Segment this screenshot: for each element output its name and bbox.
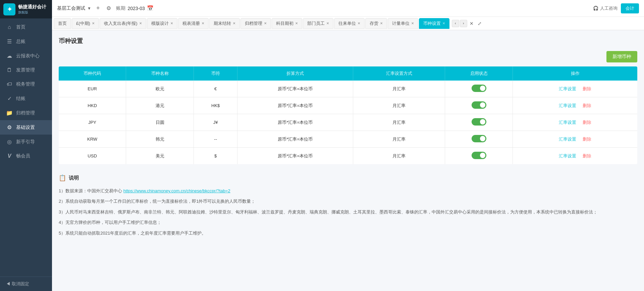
rate-setting-link-3[interactable]: 汇率设置 bbox=[559, 137, 576, 142]
sidebar-item-settings[interactable]: ⚙ 基础设置 bbox=[0, 120, 52, 135]
tab-label-departments: 部门员工 bbox=[307, 20, 325, 27]
sidebar-label-member: 畅会员 bbox=[16, 153, 30, 159]
cell-actions-1: 汇率设置 删除 bbox=[513, 97, 637, 114]
rate-setting-link-1[interactable]: 汇率设置 bbox=[559, 103, 576, 108]
delete-link-1[interactable]: 删除 bbox=[583, 103, 591, 108]
cell-code-0: EUR bbox=[59, 81, 126, 97]
tab-currency[interactable]: 币种设置 ✕ bbox=[419, 18, 449, 29]
cell-code-1: HKD bbox=[59, 97, 126, 114]
tab-archive[interactable]: 归档管理 ✕ bbox=[240, 18, 271, 29]
cell-symbol-4: $ bbox=[194, 148, 237, 164]
tab-subjects[interactable]: 科目期初 ✕ bbox=[272, 18, 302, 29]
sidebar-item-member[interactable]: V 畅会员 bbox=[0, 149, 52, 163]
account-button[interactable]: 会计 bbox=[621, 3, 639, 13]
customer-service-label: 人工咨询 bbox=[600, 5, 618, 11]
tab-close-units[interactable]: ✕ bbox=[411, 21, 414, 25]
page-title-text: 币种设置 bbox=[59, 37, 83, 45]
sidebar-item-reports[interactable]: ☁ 云报表中心 bbox=[0, 49, 52, 63]
delete-link-0[interactable]: 删除 bbox=[583, 86, 591, 91]
cell-symbol-0: € bbox=[194, 81, 237, 97]
col-header-rate-type: 汇率设置方式 bbox=[353, 66, 445, 81]
tab-close-template[interactable]: ✕ bbox=[170, 21, 173, 25]
ledger-icon: ☰ bbox=[6, 38, 13, 45]
sidebar-label-invoice: 发票管理 bbox=[16, 67, 35, 73]
sidebar-label-ledger: 总账 bbox=[16, 39, 25, 45]
tab-label-units: 计量单位 bbox=[392, 20, 410, 27]
company-name: 基层工会测试 bbox=[57, 5, 85, 11]
sidebar-item-invoice[interactable]: 🗒 发票管理 bbox=[0, 63, 52, 77]
tab-prev-button[interactable]: ‹ bbox=[452, 20, 459, 27]
tab-close-income[interactable]: ✕ bbox=[139, 21, 142, 25]
tab-income[interactable]: 收入支出表(年报) ✕ bbox=[100, 18, 146, 29]
sidebar-label-archive: 归档管理 bbox=[16, 110, 35, 116]
tab-departments[interactable]: 部门员工 ✕ bbox=[303, 18, 333, 29]
tab-close-partners[interactable]: ✕ bbox=[358, 21, 360, 25]
tab-inventory[interactable]: 存货 ✕ bbox=[365, 18, 387, 29]
archive-icon: 📁 bbox=[6, 110, 13, 116]
delete-link-3[interactable]: 删除 bbox=[583, 137, 591, 142]
tab-label-income: 收入支出表(年报) bbox=[104, 20, 138, 27]
tab-home[interactable]: 首页 bbox=[54, 18, 71, 29]
tab-expand-button[interactable]: ⤢ bbox=[476, 20, 483, 27]
customer-service-button[interactable]: 🎧 人工咨询 bbox=[593, 5, 618, 11]
cell-conversion-2: 原币*汇率=本位币 bbox=[237, 114, 353, 131]
notes-item-4: 4）无官方牌价的币种，可以用户手工维护汇率信息； bbox=[59, 217, 637, 228]
tab-close-departments[interactable]: ✕ bbox=[326, 21, 329, 25]
sidebar-label-tax: 税务管理 bbox=[16, 81, 35, 87]
tab-template[interactable]: 模版设计 ✕ bbox=[147, 18, 177, 29]
cell-rate-type-4: 月汇率 bbox=[353, 148, 445, 164]
toggle-enabled-2[interactable] bbox=[472, 118, 486, 126]
tab-units[interactable]: 计量单位 ✕ bbox=[388, 18, 418, 29]
cell-conversion-4: 原币*汇率=本位币 bbox=[237, 148, 353, 164]
cell-code-4: USD bbox=[59, 148, 126, 164]
home-icon: ⌂ bbox=[6, 24, 13, 30]
tab-next-button[interactable]: › bbox=[460, 20, 467, 27]
chinamoney-link[interactable]: https://www.chinamoney.com.cn/chinese/bk… bbox=[123, 188, 230, 193]
sidebar-pin-toggle[interactable]: ◀ 取消固定 bbox=[0, 277, 52, 291]
sidebar-item-archive[interactable]: 📁 归档管理 bbox=[0, 106, 52, 120]
rate-setting-link-2[interactable]: 汇率设置 bbox=[559, 120, 576, 125]
tab-period-end[interactable]: 期末结转 ✕ bbox=[209, 18, 240, 29]
table-header-row: 币种代码 币种名称 币符 折算方式 汇率设置方式 启用状态 操作 bbox=[59, 66, 637, 81]
sidebar-nav: ⌂ 首页 ☰ 总账 ☁ 云报表中心 🗒 发票管理 🏷 税务管理 ✓ 结账 📁 归… bbox=[0, 18, 52, 277]
tab-close-taxbook[interactable]: ✕ bbox=[202, 21, 204, 25]
delete-link-4[interactable]: 删除 bbox=[583, 153, 591, 158]
tab-close-subjects[interactable]: ✕ bbox=[295, 21, 298, 25]
tab-period[interactable]: £(中期) ✕ bbox=[72, 18, 99, 29]
add-currency-button[interactable]: 新增币种 bbox=[606, 51, 637, 62]
rate-setting-link-4[interactable]: 汇率设置 bbox=[559, 153, 576, 158]
period-selector: 账期 2023-03 📅 bbox=[116, 5, 153, 11]
tab-close-period[interactable]: ✕ bbox=[92, 21, 95, 25]
toggle-enabled-4[interactable] bbox=[472, 152, 486, 159]
sidebar-item-newbie[interactable]: ◎ 新手引导 bbox=[0, 135, 52, 149]
tab-partners[interactable]: 往来单位 ✕ bbox=[334, 18, 365, 29]
delete-link-2[interactable]: 删除 bbox=[583, 120, 591, 125]
sidebar-item-checkout[interactable]: ✓ 结账 bbox=[0, 91, 52, 106]
col-header-symbol: 币符 bbox=[194, 66, 237, 81]
notes-item-2: 2）系统自动获取每月第一个工作日的汇率标价，统一为直接标价法，即1外币可以兑换的… bbox=[59, 196, 637, 206]
app-logo-icon: ✦ bbox=[3, 3, 15, 15]
toggle-enabled-0[interactable] bbox=[472, 85, 486, 92]
cell-name-2: 日圆 bbox=[126, 114, 194, 131]
tabbar-navigation: ‹ › ✕ ⤢ bbox=[452, 20, 483, 27]
calendar-icon[interactable]: 📅 bbox=[147, 5, 154, 11]
tab-close-period-end[interactable]: ✕ bbox=[233, 21, 235, 25]
tab-close-currency[interactable]: ✕ bbox=[442, 21, 445, 25]
toggle-enabled-1[interactable] bbox=[472, 101, 486, 109]
tab-taxbook[interactable]: 税表清册 ✕ bbox=[178, 18, 209, 29]
period-value: 2023-03 bbox=[127, 6, 145, 11]
settings-gear-icon[interactable]: ⚙ bbox=[105, 5, 113, 11]
company-selector[interactable]: 基层工会测试 ▼ bbox=[57, 5, 91, 11]
tab-close-archive[interactable]: ✕ bbox=[264, 21, 267, 25]
add-tab-button[interactable]: + bbox=[95, 5, 102, 12]
tab-close-inventory[interactable]: ✕ bbox=[380, 21, 383, 25]
toggle-enabled-3[interactable] bbox=[472, 135, 486, 142]
rate-setting-link-0[interactable]: 汇率设置 bbox=[559, 86, 576, 91]
sidebar-item-ledger[interactable]: ☰ 总账 bbox=[0, 34, 52, 49]
cell-code-2: JPY bbox=[59, 114, 126, 131]
app-version: 旗舰版 bbox=[18, 10, 46, 15]
sidebar-item-tax[interactable]: 🏷 税务管理 bbox=[0, 77, 52, 91]
tab-label-template: 模版设计 bbox=[151, 20, 169, 27]
sidebar-item-home[interactable]: ⌂ 首页 bbox=[0, 20, 52, 34]
tab-close-all-button[interactable]: ✕ bbox=[468, 20, 475, 27]
